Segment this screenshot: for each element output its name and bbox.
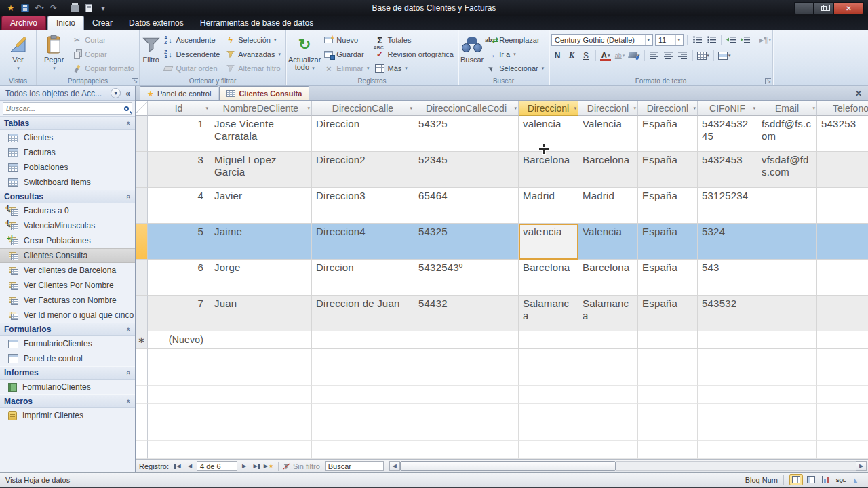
scrollbar-thumb[interactable] [400, 461, 616, 471]
empty-cell[interactable] [148, 386, 210, 404]
new-record-selector[interactable]: ∗ [136, 331, 148, 349]
cell-r5-c5[interactable]: Salamanca [578, 296, 638, 331]
sql-view-button[interactable]: SQL [834, 474, 848, 485]
customize-toolbar-icon[interactable]: ▾ [98, 3, 108, 14]
nav-item-panel-de-control[interactable]: Panel de control [0, 351, 135, 366]
first-record-button[interactable]: ◀ [172, 461, 183, 471]
totals-button[interactable]: ΣTotales [372, 33, 456, 47]
empty-cell[interactable] [519, 386, 578, 404]
new-record-cell-9[interactable] [817, 331, 868, 349]
empty-cell[interactable] [210, 422, 312, 441]
cell-r5-c8[interactable] [757, 296, 817, 331]
nav-item-valenciaminusculas[interactable]: !ValenciaMinusculas [0, 218, 135, 233]
cell-r1-c2[interactable]: Direccion2 [312, 152, 414, 188]
empty-cell[interactable] [312, 349, 414, 367]
undo-icon[interactable]: ↶▾ [34, 3, 45, 14]
bold-button[interactable]: N [551, 49, 564, 62]
column-header-5[interactable]: Direccionl▾ [578, 101, 638, 116]
align-right-button[interactable] [677, 49, 689, 62]
empty-cell[interactable] [638, 349, 698, 367]
cell-r0-c2[interactable]: Direccion [312, 116, 414, 152]
cell-r1-c7[interactable]: 5432453 [698, 152, 757, 188]
nav-item-clientes[interactable]: Clientes [0, 130, 135, 145]
empty-cell[interactable] [148, 367, 210, 386]
cell-r2-c3[interactable]: 65464 [414, 188, 519, 224]
more-button[interactable]: Más▾ [372, 62, 456, 75]
collapse-section-icon[interactable]: « [125, 121, 133, 125]
portapapeles-dialog-launcher[interactable]: ↘ [132, 78, 138, 84]
cell-r2-c6[interactable]: España [638, 188, 698, 224]
nav-item-clientes-consulta[interactable]: Clientes Consulta [0, 248, 135, 263]
tab-crear[interactable]: Crear [84, 16, 121, 30]
empty-cell[interactable] [638, 386, 698, 404]
empty-cell[interactable] [148, 404, 210, 422]
empty-cell[interactable] [210, 386, 312, 404]
new-record-cell-0[interactable]: (Nuevo) [148, 331, 210, 349]
previous-record-button[interactable]: ◀ [184, 461, 195, 471]
cell-r4-c3[interactable]: 5432543º [414, 260, 519, 296]
empty-cell[interactable] [210, 441, 312, 459]
pivottable-view-button[interactable] [804, 474, 818, 485]
nav-item-facturas-a-0[interactable]: !Facturas a 0 [0, 203, 135, 218]
filter-dropdown-icon[interactable]: ▾ [812, 106, 815, 111]
empty-cell[interactable] [757, 404, 817, 422]
cell-r3-c1[interactable]: Jaime [210, 224, 312, 260]
align-center-button[interactable] [663, 49, 675, 62]
cell-r3-c3[interactable]: 54325 [414, 224, 519, 260]
format-painter-button[interactable]: Copiar formato [69, 62, 137, 75]
search-icon[interactable] [121, 106, 132, 111]
empty-cell[interactable] [698, 441, 757, 459]
next-record-button[interactable]: ▶ [239, 461, 250, 471]
paragraph-direction-button[interactable]: ▸¶ ▾ [759, 33, 772, 46]
cell-r0-c1[interactable]: Jose Vicente Carratala [210, 116, 312, 152]
delete-record-button[interactable]: ×Eliminar▾ [321, 62, 372, 75]
new-record-cell-7[interactable] [698, 331, 757, 349]
collapse-section-icon[interactable]: « [125, 195, 133, 199]
cell-r3-c2[interactable]: Direccion4 [312, 224, 414, 260]
cell-r5-c2[interactable]: Direccion de Juan [312, 296, 414, 331]
tab-inicio[interactable]: Inicio [47, 16, 84, 30]
column-header-6[interactable]: Direccionl▾ [638, 101, 698, 116]
datasheet-view-button[interactable] [789, 474, 803, 485]
copy-button[interactable]: Copiar [69, 47, 137, 61]
replace-button[interactable]: ab⇄Reemplazar [484, 33, 547, 47]
new-record-cell-8[interactable] [757, 331, 817, 349]
empty-cell[interactable] [414, 386, 519, 404]
select-button[interactable]: Seleccionar▾ [484, 62, 547, 75]
redo-icon[interactable]: ↷ [48, 3, 59, 14]
filter-button[interactable]: Filtro [142, 32, 160, 64]
empty-cell[interactable] [578, 404, 638, 422]
new-record-button[interactable]: ★Nuevo [321, 33, 372, 47]
column-header-4[interactable]: Direccionl▾ [519, 101, 578, 116]
cell-r5-c0[interactable]: 7 [148, 296, 210, 331]
filter-dropdown-icon[interactable]: ▾ [693, 106, 696, 111]
empty-cell[interactable] [414, 441, 519, 459]
empty-cell[interactable] [578, 349, 638, 367]
empty-cell[interactable] [210, 404, 312, 422]
record-search-input[interactable] [326, 462, 383, 470]
cell-r1-c6[interactable]: España [638, 152, 698, 188]
cell-r3-c9[interactable] [817, 224, 868, 260]
formato-dialog-launcher[interactable]: ↘ [765, 78, 771, 84]
cell-r5-c3[interactable]: 54432 [414, 296, 519, 331]
cell-r4-c6[interactable]: España [638, 260, 698, 296]
cell-r2-c1[interactable]: Javier [210, 188, 312, 224]
cell-r0-c8[interactable]: fsddf@fs.com [757, 116, 817, 152]
cell-r0-c3[interactable]: 54325 [414, 116, 519, 152]
empty-cell[interactable] [578, 422, 638, 441]
cell-r0-c6[interactable]: España [638, 116, 698, 152]
cell-r1-c3[interactable]: 52345 [414, 152, 519, 188]
filter-dropdown-icon[interactable]: ▾ [307, 106, 310, 111]
cell-r5-c4[interactable]: Salamanca [519, 296, 578, 331]
close-button[interactable]: ✕ [833, 2, 864, 14]
empty-cell[interactable] [757, 349, 817, 367]
gridlines-button[interactable]: ▾ [696, 49, 711, 62]
new-record-cell-6[interactable] [638, 331, 698, 349]
record-search-box[interactable] [326, 461, 384, 471]
filter-dropdown-icon[interactable]: ▾ [514, 106, 517, 111]
empty-cell[interactable] [578, 441, 638, 459]
empty-cell[interactable] [312, 441, 414, 459]
find-button[interactable]: Buscar [460, 32, 484, 64]
nav-item-ver-clientes-por-nombre[interactable]: Ver Clientes Por Nombre [0, 278, 135, 293]
cell-r1-c4[interactable]: Barcelona [519, 152, 578, 188]
